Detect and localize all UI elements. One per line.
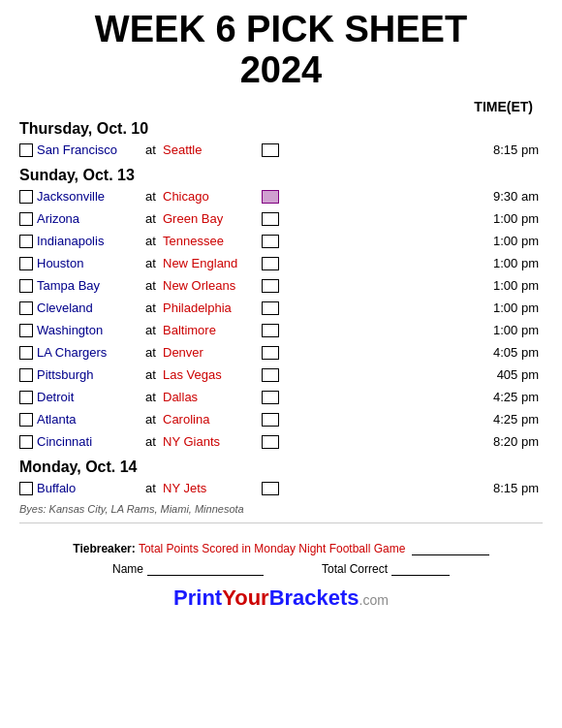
- away-team: Arizona: [37, 211, 139, 226]
- away-checkbox[interactable]: [19, 482, 33, 495]
- game-row: JacksonvilleatChicago9:30 am: [19, 186, 543, 207]
- home-checkbox[interactable]: [262, 413, 279, 427]
- home-team: Green Bay: [163, 211, 260, 226]
- game-row: LA ChargersatDenver4:05 pm: [19, 342, 543, 364]
- section-header-1: Sunday, Oct. 13: [19, 167, 543, 184]
- game-time: 1:00 pm: [489, 256, 543, 270]
- away-checkbox[interactable]: [19, 143, 33, 157]
- game-row: IndianapolisatTennessee1:00 pm: [19, 231, 543, 252]
- away-checkbox[interactable]: [19, 368, 33, 382]
- game-time: 9:30 am: [489, 189, 543, 204]
- at-text: at: [139, 481, 163, 495]
- away-team: San Francisco: [37, 142, 139, 157]
- home-team: Denver: [163, 345, 260, 360]
- home-team: Baltimore: [163, 323, 260, 337]
- game-time: 1:00 pm: [489, 301, 543, 315]
- tiebreaker-value: Total Points Scored in Monday Night Foot…: [139, 542, 405, 555]
- away-checkbox[interactable]: [19, 346, 33, 360]
- home-checkbox[interactable]: [262, 324, 279, 337]
- away-checkbox[interactable]: [19, 435, 33, 449]
- home-checkbox[interactable]: [262, 368, 279, 382]
- home-checkbox[interactable]: [262, 190, 279, 204]
- game-time: 8:15 pm: [489, 481, 543, 495]
- name-blank[interactable]: [147, 561, 264, 576]
- correct-blank[interactable]: [391, 561, 450, 576]
- game-time: 4:05 pm: [489, 345, 543, 360]
- home-team: Seattle: [163, 142, 260, 157]
- home-checkbox[interactable]: [262, 301, 279, 315]
- name-field: Name: [112, 561, 264, 576]
- game-row: CincinnatiatNY Giants8:20 pm: [19, 431, 543, 453]
- footer: PrintYourBrackets.com: [19, 586, 543, 611]
- away-team: Cincinnati: [37, 434, 139, 449]
- game-time: 1:00 pm: [489, 323, 543, 337]
- home-checkbox[interactable]: [262, 391, 279, 404]
- title-line1: WEEK 6 PICK SHEET: [19, 10, 543, 50]
- brand: PrintYourBrackets.com: [19, 586, 543, 611]
- away-team: Houston: [37, 256, 139, 270]
- away-checkbox[interactable]: [19, 413, 33, 427]
- tiebreaker-section: Tiebreaker: Total Points Scored in Monda…: [19, 541, 543, 576]
- game-time: 1:00 pm: [489, 278, 543, 293]
- home-team: New England: [163, 256, 260, 270]
- game-row: PittsburghatLas Vegas405 pm: [19, 364, 543, 386]
- at-text: at: [139, 301, 163, 315]
- tiebreaker-blank[interactable]: [412, 541, 489, 555]
- away-checkbox[interactable]: [19, 235, 33, 248]
- game-time: 405 pm: [489, 367, 543, 382]
- at-text: at: [139, 434, 163, 449]
- home-team: Philadelphia: [163, 301, 260, 315]
- away-checkbox[interactable]: [19, 301, 33, 315]
- game-row: ArizonaatGreen Bay1:00 pm: [19, 208, 543, 230]
- away-team: Indianapolis: [37, 234, 139, 248]
- away-checkbox[interactable]: [19, 190, 33, 204]
- home-team: Dallas: [163, 390, 260, 404]
- away-team: Tampa Bay: [37, 278, 139, 293]
- away-checkbox[interactable]: [19, 212, 33, 226]
- game-row: ClevelandatPhiladelphia1:00 pm: [19, 298, 543, 319]
- away-checkbox[interactable]: [19, 391, 33, 404]
- game-row: BuffaloatNY Jets8:15 pm: [19, 478, 543, 499]
- away-team: Jacksonville: [37, 189, 139, 204]
- tiebreaker-label: Tiebreaker:: [73, 542, 135, 555]
- away-team: Pittsburgh: [37, 367, 139, 382]
- home-checkbox[interactable]: [262, 435, 279, 449]
- home-checkbox[interactable]: [262, 143, 279, 157]
- home-checkbox[interactable]: [262, 346, 279, 360]
- game-time: 1:00 pm: [489, 211, 543, 226]
- section-header-0: Thursday, Oct. 10: [19, 120, 543, 138]
- at-text: at: [139, 142, 163, 157]
- correct-field: Total Correct: [322, 561, 450, 576]
- game-time: 4:25 pm: [489, 412, 543, 427]
- brand-print: Print: [173, 586, 222, 610]
- home-checkbox[interactable]: [262, 212, 279, 226]
- game-time: 4:25 pm: [489, 390, 543, 404]
- at-text: at: [139, 367, 163, 382]
- at-text: at: [139, 390, 163, 404]
- away-team: Detroit: [37, 390, 139, 404]
- page-title: WEEK 6 PICK SHEET 2024: [19, 10, 543, 91]
- game-time: 8:20 pm: [489, 434, 543, 449]
- at-text: at: [139, 256, 163, 270]
- game-row: DetroitatDallas4:25 pm: [19, 387, 543, 408]
- home-team: Las Vegas: [163, 367, 260, 382]
- home-checkbox[interactable]: [262, 279, 279, 293]
- at-text: at: [139, 278, 163, 293]
- name-label: Name: [112, 562, 143, 576]
- away-checkbox[interactable]: [19, 324, 33, 337]
- home-checkbox[interactable]: [262, 235, 279, 248]
- game-row: HoustonatNew England1:00 pm: [19, 253, 543, 274]
- game-time: 1:00 pm: [489, 234, 543, 248]
- game-row: Tampa BayatNew Orleans1:00 pm: [19, 275, 543, 297]
- away-checkbox[interactable]: [19, 279, 33, 293]
- home-checkbox[interactable]: [262, 482, 279, 495]
- at-text: at: [139, 345, 163, 360]
- game-time: 8:15 pm: [489, 142, 543, 157]
- game-row: WashingtonatBaltimore1:00 pm: [19, 320, 543, 341]
- at-text: at: [139, 412, 163, 427]
- at-text: at: [139, 211, 163, 226]
- away-checkbox[interactable]: [19, 257, 33, 270]
- byes-text: Byes: Kansas City, LA Rams, Miami, Minne…: [19, 503, 543, 515]
- time-header-label: TIME(ET): [474, 99, 533, 114]
- home-checkbox[interactable]: [262, 257, 279, 270]
